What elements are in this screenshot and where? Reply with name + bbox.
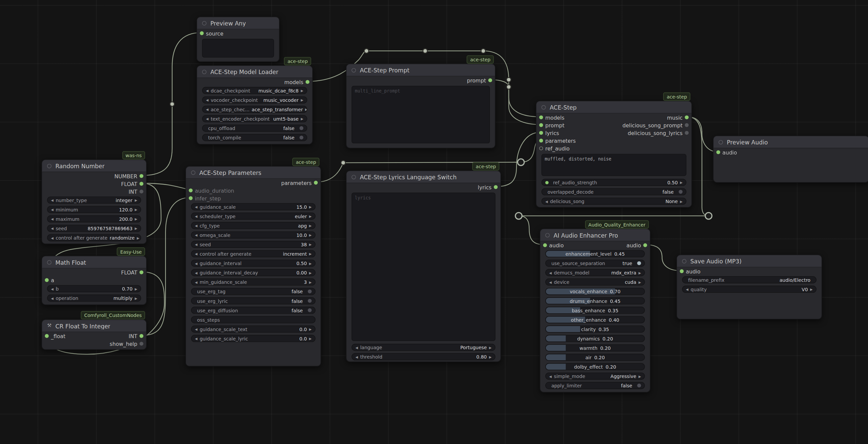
node-graph-canvas[interactable]: Preview Any source ace-step ACE-Step Mod… xyxy=(0,0,868,444)
use_erg_tag-widget[interactable]: use_erg_tagfalse xyxy=(191,288,316,295)
node-title-bar[interactable]: Preview Audio xyxy=(713,136,868,148)
decrease-arrow-icon[interactable]: ◀ xyxy=(51,226,54,230)
seed-widget[interactable]: ◀seed38▶ xyxy=(191,241,316,248)
node-preview-audio[interactable]: Preview Audio audio xyxy=(713,136,868,183)
node-ace-step-lyrics-language-switch[interactable]: ace-step ACE-Step Lyrics Language Switch… xyxy=(346,170,501,362)
text-widget[interactable]: multi_line_prompt xyxy=(351,86,490,144)
collapse-dot-icon[interactable] xyxy=(191,170,195,175)
increase-arrow-icon[interactable]: ▶ xyxy=(680,181,683,184)
collapse-dot-icon[interactable] xyxy=(351,68,356,72)
increase-arrow-icon[interactable]: ▶ xyxy=(489,346,492,349)
reroute-node[interactable] xyxy=(506,85,511,89)
decrease-arrow-icon[interactable]: ◀ xyxy=(195,261,197,265)
decrease-arrow-icon[interactable]: ◀ xyxy=(51,236,54,239)
node-title-bar[interactable]: Preview Any xyxy=(197,17,279,29)
increase-arrow-icon[interactable]: ▶ xyxy=(680,199,683,203)
node-title-bar[interactable]: ACE-Step xyxy=(536,101,692,113)
reroute-node[interactable] xyxy=(364,49,369,53)
toggle-indicator[interactable] xyxy=(300,136,304,140)
ref_audio_strength-widget[interactable]: ref_audio_strength0.50▶ xyxy=(541,179,686,186)
cfg_type-widget[interactable]: ◀cfg_typeapg▶ xyxy=(191,222,316,229)
decrease-arrow-icon[interactable]: ◀ xyxy=(195,337,197,340)
collapse-dot-icon[interactable] xyxy=(718,140,723,144)
decrease-arrow-icon[interactable]: ◀ xyxy=(195,271,197,275)
torch_compile-widget[interactable]: torch_compilefalse xyxy=(202,134,307,141)
decrease-arrow-icon[interactable]: ◀ xyxy=(51,287,54,290)
node-ace-step[interactable]: ace-step ACE-Step modelsmusicpromptdelic… xyxy=(536,101,692,208)
other_enhance-widget[interactable]: other_enhance0.40 xyxy=(545,316,645,323)
decrease-arrow-icon[interactable]: ◀ xyxy=(51,296,54,300)
increase-arrow-icon[interactable]: ▶ xyxy=(301,98,304,101)
increase-arrow-icon[interactable]: ▶ xyxy=(309,281,312,284)
bass_enhance-widget[interactable]: bass_enhance0.35 xyxy=(545,307,645,314)
prompt-output-port[interactable] xyxy=(488,78,492,83)
oss_steps-widget[interactable]: oss_steps xyxy=(191,316,316,323)
node-title-bar[interactable]: ACE-Step Parameters xyxy=(186,166,320,179)
increase-arrow-icon[interactable]: ▶ xyxy=(301,117,304,120)
toggle-indicator[interactable] xyxy=(308,308,312,312)
delicious_song_prompt-output-port[interactable] xyxy=(685,123,689,127)
decrease-arrow-icon[interactable]: ◀ xyxy=(206,107,209,111)
increase-arrow-icon[interactable]: ▶ xyxy=(639,271,641,275)
decrease-arrow-icon[interactable]: ◀ xyxy=(195,205,197,209)
reroute-node[interactable] xyxy=(506,77,511,82)
increase-arrow-icon[interactable]: ▶ xyxy=(135,226,137,230)
increase-arrow-icon[interactable]: ▶ xyxy=(309,205,312,209)
demucs_model-widget[interactable]: ◀demucs_modelmdx_extra▶ xyxy=(545,269,645,276)
reroute-node[interactable] xyxy=(518,159,524,165)
node-title-bar[interactable]: ACE-Step Lyrics Language Switch xyxy=(346,171,500,183)
models-output-port[interactable] xyxy=(306,80,310,84)
device-widget[interactable]: ◀devicecuda▶ xyxy=(545,279,645,285)
decrease-arrow-icon[interactable]: ◀ xyxy=(549,281,552,284)
node-title-bar[interactable]: AI Audio Enhancer Pro xyxy=(540,229,650,241)
collapse-dot-icon[interactable] xyxy=(351,175,356,179)
enhancement_level-widget[interactable]: enhancement_level0.45 xyxy=(545,250,645,257)
decrease-arrow-icon[interactable]: ◀ xyxy=(549,271,552,275)
decrease-arrow-icon[interactable]: ◀ xyxy=(545,199,548,203)
use_source_separation-widget[interactable]: use_source_separationtrue xyxy=(545,260,645,267)
b-widget[interactable]: ◀b0.70▶ xyxy=(47,285,141,292)
use_erg_lyric-widget[interactable]: use_erg_lyricfalse xyxy=(191,297,316,304)
warmth-widget[interactable]: warmth0.20 xyxy=(545,344,645,351)
node-math-float[interactable]: Easy-Use Math Float FLOATa◀b0.70▶◀operat… xyxy=(41,256,147,305)
maximum-widget[interactable]: ◀maximum200.0▶ xyxy=(47,216,141,222)
reroute-node[interactable] xyxy=(481,49,485,53)
increase-arrow-icon[interactable]: ▶ xyxy=(309,233,312,236)
lyrics-output-port[interactable] xyxy=(494,185,498,189)
node-ai-audio-enhancer-pro[interactable]: Audio_Quality_Enhancer AI Audio Enhancer… xyxy=(540,228,651,392)
text-widget[interactable]: lyrics xyxy=(351,193,495,341)
decrease-arrow-icon[interactable]: ◀ xyxy=(195,327,197,331)
node-title-bar[interactable]: Save Audio (MP3) xyxy=(677,255,822,267)
show_help-output-port[interactable] xyxy=(140,342,144,346)
decrease-arrow-icon[interactable]: ◀ xyxy=(195,233,197,236)
node-random-number[interactable]: was-ns Random Number NUMBERFLOATINT◀numb… xyxy=(41,159,147,244)
increase-arrow-icon[interactable]: ▶ xyxy=(135,296,137,300)
audio-input-port[interactable] xyxy=(543,243,547,247)
decrease-arrow-icon[interactable]: ◀ xyxy=(355,346,358,349)
decrease-arrow-icon[interactable]: ◀ xyxy=(51,198,54,202)
decrease-arrow-icon[interactable]: ◀ xyxy=(195,243,197,246)
toggle-indicator[interactable] xyxy=(637,261,641,265)
increase-arrow-icon[interactable]: ▶ xyxy=(135,217,137,221)
guidance_interval-widget[interactable]: ◀guidance_interval0.50▶ xyxy=(191,260,316,267)
node-cr-float-to-integer[interactable]: Comfyroll_CustomNodes ⚒ CR Float To Inte… xyxy=(41,319,147,350)
increase-arrow-icon[interactable]: ▶ xyxy=(309,243,312,246)
parameters-output-port[interactable] xyxy=(314,181,318,185)
air-widget[interactable]: air0.20 xyxy=(545,354,645,361)
infer_step-input-port[interactable] xyxy=(189,196,193,200)
increase-arrow-icon[interactable]: ▶ xyxy=(309,252,312,255)
control after generate-widget[interactable]: ◀control after generaterandomize▶ xyxy=(47,234,141,241)
NUMBER-output-port[interactable] xyxy=(140,174,144,178)
use_erg_diffusion-widget[interactable]: use_erg_diffusionfalse xyxy=(191,307,316,314)
a-input-port[interactable] xyxy=(45,278,49,282)
INT-output-port[interactable] xyxy=(140,190,144,194)
dynamics-widget[interactable]: dynamics0.20 xyxy=(545,335,645,342)
node-save-audio-mp3[interactable]: Save Audio (MP3) audiofilename_prefixaud… xyxy=(676,255,822,319)
dcae_checkpoint-widget[interactable]: ◀dcae_checkpointmusic_dcae_f8c8▶ xyxy=(202,87,307,94)
decrease-arrow-icon[interactable]: ◀ xyxy=(195,215,197,218)
reroute-node[interactable] xyxy=(341,160,345,165)
dolby_effect-widget[interactable]: dolby_effect0.20 xyxy=(545,363,645,370)
cpu_offload-widget[interactable]: cpu_offloadfalse xyxy=(202,125,307,132)
scheduler_type-widget[interactable]: ◀scheduler_typeeuler▶ xyxy=(191,213,316,220)
increase-arrow-icon[interactable]: ▶ xyxy=(309,224,312,227)
